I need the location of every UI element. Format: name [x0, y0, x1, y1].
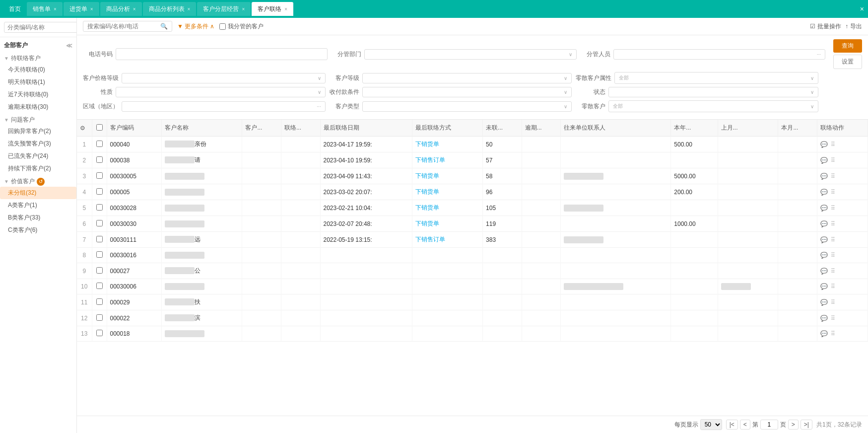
contact-type-link[interactable]: 下销货单	[415, 204, 439, 211]
more-action-icon[interactable]: ⠿	[831, 220, 835, 227]
page-input[interactable]	[760, 420, 778, 430]
contact-action-icon[interactable]: 💬	[820, 299, 828, 306]
row-checkbox[interactable]	[96, 298, 103, 305]
contact-action-icon[interactable]: 💬	[820, 315, 828, 322]
row-checkbox[interactable]	[96, 283, 103, 289]
sidebar-item-overdue[interactable]: 逾期未联络(30)	[0, 101, 76, 113]
nav-tab-product-list[interactable]: 商品分析列表 ×	[143, 2, 197, 16]
query-btn[interactable]: 查询	[833, 39, 862, 53]
first-page-btn[interactable]: |<	[726, 420, 738, 430]
contact-action-icon[interactable]: 💬	[820, 157, 828, 164]
row-checkbox[interactable]	[96, 236, 103, 242]
row-checkbox[interactable]	[96, 156, 103, 163]
row-checkbox[interactable]	[96, 141, 103, 147]
more-action-icon[interactable]: ⠿	[831, 299, 835, 306]
contact-action-icon[interactable]: 💬	[820, 205, 828, 212]
export-btn[interactable]: ↑ 导出	[845, 22, 862, 31]
contact-action-icon[interactable]: 💬	[820, 173, 828, 180]
contact-type-link[interactable]: 下销售订单	[415, 236, 445, 243]
contact-action-icon[interactable]: 💬	[820, 268, 828, 275]
sidebar-item-class-c[interactable]: C类客户(6)	[0, 224, 76, 236]
more-action-icon[interactable]: ⠿	[831, 189, 835, 196]
sidebar-item-churn-warning[interactable]: 流失预警客户(3)	[0, 138, 76, 150]
more-action-icon[interactable]: ⠿	[831, 283, 835, 290]
nav-tab-purchase-close[interactable]: ×	[90, 6, 93, 12]
row-checkbox[interactable]	[96, 267, 103, 274]
contact-type-link[interactable]: 下销货单	[415, 141, 439, 147]
my-customers-checkbox[interactable]: 我分管的客户	[219, 22, 264, 31]
contact-type-link[interactable]: 下销货单	[415, 172, 439, 179]
contact-type-link[interactable]: 下销货单	[415, 220, 439, 227]
contact-action-icon[interactable]: 💬	[820, 330, 828, 337]
price-level-select[interactable]: ∨	[122, 73, 326, 83]
more-action-icon[interactable]: ⠿	[831, 173, 835, 180]
more-action-icon[interactable]: ⠿	[831, 268, 835, 275]
search-icon[interactable]: 🔍	[160, 23, 168, 30]
nav-tab-product-analysis[interactable]: 商品分析 ×	[100, 2, 142, 16]
sidebar-item-class-b[interactable]: B类客户(33)	[0, 212, 76, 224]
person-select[interactable]: ···	[613, 49, 825, 60]
sidebar-item-abnormal[interactable]: 回购异常客户(2)	[0, 125, 76, 138]
sidebar-item-declining[interactable]: 持续下滑客户(2)	[0, 162, 76, 175]
dept-select[interactable]: ∨	[364, 49, 576, 60]
sidebar-item-today[interactable]: 今天待联络(0)	[0, 64, 76, 76]
row-checkbox[interactable]	[96, 172, 103, 179]
refresh-icon[interactable]: ↺	[37, 178, 45, 186]
region-select[interactable]: ···	[122, 101, 326, 112]
th-settings[interactable]: ⚙	[77, 120, 92, 137]
sidebar-item-ungrouped[interactable]: 未分组(32)	[0, 187, 76, 199]
sidebar-search-input[interactable]	[4, 22, 77, 33]
row-checkbox[interactable]	[96, 188, 103, 195]
more-action-icon[interactable]: ⠿	[831, 315, 835, 322]
customer-level-select[interactable]: ∨	[362, 73, 572, 83]
select-all-checkbox[interactable]	[96, 124, 103, 131]
row-checkbox[interactable]	[96, 314, 103, 321]
contact-action-icon[interactable]: 💬	[820, 283, 828, 290]
row-checkbox[interactable]	[96, 251, 103, 258]
contact-type-link[interactable]: 下销货单	[415, 188, 439, 195]
nav-tab-customer-contact-close[interactable]: ×	[284, 6, 287, 12]
phone-input[interactable]	[116, 48, 328, 60]
nav-tab-purchase[interactable]: 进货单 ×	[64, 2, 99, 16]
search-input[interactable]	[87, 23, 158, 30]
contact-type-link[interactable]: 下销售订单	[415, 156, 445, 163]
more-action-icon[interactable]: ⠿	[831, 157, 835, 164]
nav-tab-customer-ops-close[interactable]: ×	[242, 6, 245, 12]
next-page-btn[interactable]: >	[788, 420, 799, 430]
row-checkbox[interactable]	[96, 220, 103, 226]
more-action-icon[interactable]: ⠿	[831, 236, 835, 243]
payment-select[interactable]: ∨	[362, 87, 572, 97]
nav-home[interactable]: 首页	[4, 5, 26, 13]
nav-tab-customer-ops[interactable]: 客户分层经营 ×	[197, 2, 251, 16]
gender-select[interactable]: ∨	[116, 87, 326, 97]
more-action-icon[interactable]: ⠿	[831, 205, 835, 212]
zero-customer-select[interactable]: 全部∨	[608, 100, 818, 112]
contact-action-icon[interactable]: 💬	[820, 236, 828, 243]
contact-action-icon[interactable]: 💬	[820, 220, 828, 227]
nav-tab-product-analysis-close[interactable]: ×	[133, 6, 136, 12]
reset-btn[interactable]: 设置	[833, 55, 862, 69]
nav-tab-sales-close[interactable]: ×	[54, 6, 57, 12]
zero-attr-select[interactable]: 全部∨	[614, 72, 818, 84]
contact-action-icon[interactable]: 💬	[820, 252, 828, 259]
th-checkbox[interactable]	[92, 120, 107, 137]
customer-type-select[interactable]: ∨	[362, 101, 572, 112]
nav-tab-sales[interactable]: 销售单 ×	[27, 2, 63, 16]
more-action-icon[interactable]: ⠿	[831, 141, 835, 148]
more-conditions-btn[interactable]: ▼ 更多条件 ∧	[177, 22, 214, 31]
nav-tab-product-list-close[interactable]: ×	[188, 6, 191, 12]
contact-action-icon[interactable]: 💬	[820, 189, 828, 196]
nav-tab-customer-contact[interactable]: 客户联络 ×	[252, 2, 293, 16]
row-checkbox[interactable]	[96, 204, 103, 211]
last-page-btn[interactable]: >|	[801, 420, 812, 430]
sidebar-item-7days[interactable]: 近7天待联络(0)	[0, 88, 76, 101]
status-select[interactable]: ∨	[608, 87, 818, 97]
my-customers-check[interactable]	[219, 23, 226, 30]
collapse-sidebar-icon[interactable]: ≪	[66, 42, 72, 49]
sidebar-item-class-a[interactable]: A类客户(1)	[0, 199, 76, 212]
prev-page-btn[interactable]: <	[740, 420, 750, 430]
sidebar-item-churned[interactable]: 已流失客户(24)	[0, 150, 76, 162]
sidebar-item-tomorrow[interactable]: 明天待联络(1)	[0, 76, 76, 88]
more-action-icon[interactable]: ⠿	[831, 330, 835, 337]
per-page-select[interactable]: 50	[700, 419, 722, 430]
